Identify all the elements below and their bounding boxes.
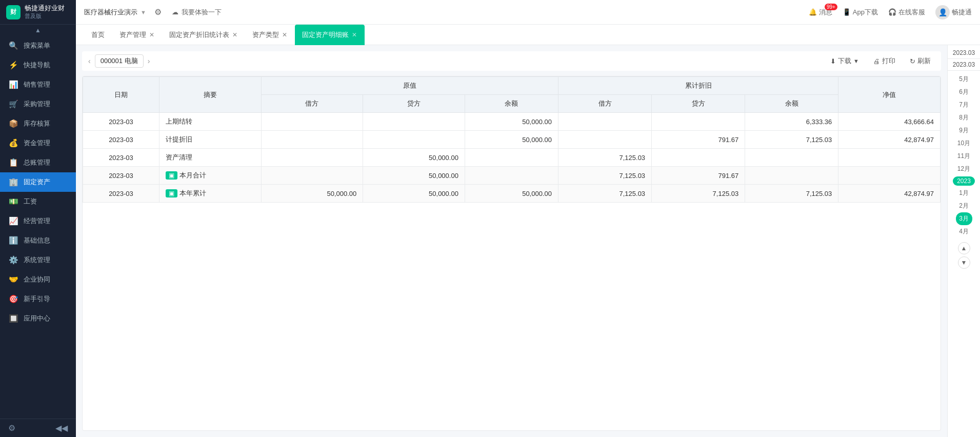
cell-date: 2023-03 [83, 167, 159, 185]
cell-accum-credit [652, 149, 745, 167]
print-btn[interactable]: 🖨 打印 [869, 54, 899, 68]
tab-asset-detail[interactable]: 固定资产明细账✕ [295, 25, 365, 45]
timeline-month-11[interactable]: 11月 [948, 150, 980, 163]
tab-close-asset-type[interactable]: ✕ [282, 31, 287, 38]
sidebar-header: 财 畅捷通好业财 普及版 [0, 0, 76, 25]
settings-icon[interactable]: ⚙ [154, 7, 162, 17]
sidebar-item-appstore[interactable]: 🔲 应用中心 [0, 309, 76, 328]
sidebar-item-purchase[interactable]: 🛒 采购管理 [0, 94, 76, 114]
cell-orig-debit [261, 113, 363, 131]
sidebar-item-system[interactable]: ⚙️ 系统管理 [0, 250, 76, 270]
company-arrow-icon: ▼ [141, 9, 146, 15]
cell-date: 2023-03 [83, 149, 159, 167]
cell-summary: 上期结转 [159, 113, 261, 131]
refresh-icon: ↻ [910, 57, 915, 65]
main: 医疗器械行业演示 ▼ ⚙ ☁ 我要体验一下 🔔 消息 99+ 📱 App下载 🎧… [76, 0, 980, 437]
sidebar-item-fixed-asset[interactable]: 🏢 固定资产 [0, 172, 76, 192]
col-accum: 累计折旧 [558, 77, 838, 95]
timeline-month-1[interactable]: 1月 [948, 187, 980, 200]
timeline-month-9[interactable]: 9月 [948, 124, 980, 137]
summary-badge-icon: ▣ [166, 189, 177, 197]
cell-accum-balance [745, 167, 838, 185]
download-btn[interactable]: ⬇ 下载 ▼ [826, 54, 863, 68]
tab-close-asset-detail[interactable]: ✕ [352, 31, 357, 38]
asset-prev-btn[interactable]: ‹ [88, 57, 91, 65]
avatar: 👤 [935, 5, 950, 19]
col-net: 净值 [838, 77, 941, 113]
headset-icon: 🎧 [888, 8, 896, 16]
sidebar-label-capital: 资金管理 [24, 138, 50, 148]
tab-asset-type[interactable]: 资产类型✕ [245, 25, 295, 45]
experience-btn[interactable]: ☁ 我要体验一下 [172, 8, 222, 17]
asset-detail-table: 日期 摘要 原值 累计折旧 净值 借方 贷方 余额 借方 贷方 余额 [83, 76, 941, 203]
cell-accum-balance [745, 149, 838, 167]
sidebar-scroll-up[interactable]: ▲ [0, 25, 76, 36]
timeline-year-2023[interactable]: 2023 [953, 176, 975, 186]
col-accum-credit: 贷方 [652, 95, 745, 113]
sidebar-item-search[interactable]: 🔍 搜索菜单 [0, 36, 76, 55]
timeline-month-5[interactable]: 5月 [948, 73, 980, 86]
cell-orig-debit: 50,000.00 [261, 185, 363, 203]
tab-depreciation-stat[interactable]: 固定资产折旧统计表✕ [162, 25, 245, 45]
timeline-month-10[interactable]: 10月 [948, 137, 980, 150]
sidebar-settings-icon[interactable]: ⚙ [8, 423, 15, 433]
timeline-month-8[interactable]: 8月 [948, 111, 980, 124]
quicknav-icon: ⚡ [8, 61, 18, 70]
asset-nav: ‹ 000001 电脑 › [88, 54, 150, 68]
sub-header: ‹ 000001 电脑 › ⬇ 下载 ▼ 🖨 打印 ↻ [82, 51, 941, 71]
timeline-month-2[interactable]: 2月 [948, 200, 980, 212]
sidebar-label-guide: 新手引导 [24, 294, 50, 304]
col-summary: 摘要 [159, 77, 261, 113]
company-selector[interactable]: 医疗器械行业演示 ▼ [84, 8, 146, 17]
col-orig-balance: 余额 [465, 95, 558, 113]
tab-label-depreciation-stat: 固定资产折旧统计表 [169, 30, 229, 39]
sidebar-item-inventory[interactable]: 📦 库存核算 [0, 114, 76, 133]
col-orig-credit: 贷方 [363, 95, 465, 113]
sidebar-nav: 🔍 搜索菜单 ⚡ 快捷导航 📊 销售管理 🛒 采购管理 📦 库存核算 💰 资金管… [0, 36, 76, 419]
sidebar-item-basic[interactable]: ℹ️ 基础信息 [0, 231, 76, 250]
col-accum-balance: 余额 [745, 95, 838, 113]
notifications-btn[interactable]: 🔔 消息 99+ [809, 8, 832, 17]
sidebar-label-ledger: 总账管理 [24, 158, 50, 167]
cell-net: 42,874.97 [838, 185, 941, 203]
timeline-month-4[interactable]: 4月 [948, 225, 980, 238]
tab-asset-manage[interactable]: 资产管理✕ [112, 25, 162, 45]
tab-close-depreciation-stat[interactable]: ✕ [232, 31, 237, 38]
cell-accum-debit [558, 113, 652, 131]
summary-badge-icon: ▣ [166, 171, 177, 180]
cell-orig-credit: 50,000.00 [363, 185, 465, 203]
timeline-up-btn[interactable]: ▲ [958, 242, 970, 254]
search-icon: 🔍 [8, 41, 18, 50]
asset-next-btn[interactable]: › [148, 57, 150, 65]
sidebar-item-ops[interactable]: 📈 经营管理 [0, 211, 76, 231]
table-wrap: 日期 摘要 原值 累计折旧 净值 借方 贷方 余额 借方 贷方 余额 [82, 76, 941, 431]
asset-code-tag[interactable]: 000001 电脑 [95, 54, 144, 68]
sidebar-collapse-btn[interactable]: ◀◀ [55, 423, 68, 433]
cell-orig-debit [261, 149, 363, 167]
cell-summary: 资产清理 [159, 149, 261, 167]
table-row: 2023-03 ▣ 本年累计 50,000.00 50,000.00 50,00… [83, 185, 941, 203]
sidebar-item-payroll[interactable]: 💵 工资 [0, 192, 76, 211]
sales-icon: 📊 [8, 80, 18, 89]
sidebar-item-sales[interactable]: 📊 销售管理 [0, 75, 76, 94]
download-btn[interactable]: 📱 App下载 [843, 8, 878, 17]
refresh-btn[interactable]: ↻ 刷新 [906, 54, 935, 68]
service-btn[interactable]: 🎧 在线客服 [888, 8, 925, 17]
timeline-down-btn[interactable]: ▼ [958, 256, 970, 269]
tab-close-asset-manage[interactable]: ✕ [149, 31, 154, 38]
sidebar-item-capital[interactable]: 💰 资金管理 [0, 133, 76, 153]
tab-home[interactable]: 首页 [84, 25, 112, 45]
timeline-month-3-active[interactable]: 3月 [956, 212, 972, 225]
sidebar-item-quicknav[interactable]: ⚡ 快捷导航 [0, 55, 76, 75]
sidebar: 财 畅捷通好业财 普及版 ▲ 🔍 搜索菜单 ⚡ 快捷导航 📊 销售管理 🛒 采购… [0, 0, 76, 437]
timeline-month-12[interactable]: 12月 [948, 163, 980, 175]
sidebar-label-appstore: 应用中心 [24, 314, 50, 323]
cell-accum-credit: 7,125.03 [652, 185, 745, 203]
timeline-month-7[interactable]: 7月 [948, 98, 980, 111]
sidebar-item-ledger[interactable]: 📋 总账管理 [0, 153, 76, 172]
sidebar-item-collab[interactable]: 🤝 企业协同 [0, 270, 76, 289]
sidebar-item-guide[interactable]: 🎯 新手引导 [0, 289, 76, 309]
timeline-month-6[interactable]: 6月 [948, 86, 980, 98]
table-row: 2023-03 计提折旧 50,000.00 791.67 7,125.03 4… [83, 131, 941, 149]
user-menu[interactable]: 👤 畅捷通 [935, 5, 972, 19]
